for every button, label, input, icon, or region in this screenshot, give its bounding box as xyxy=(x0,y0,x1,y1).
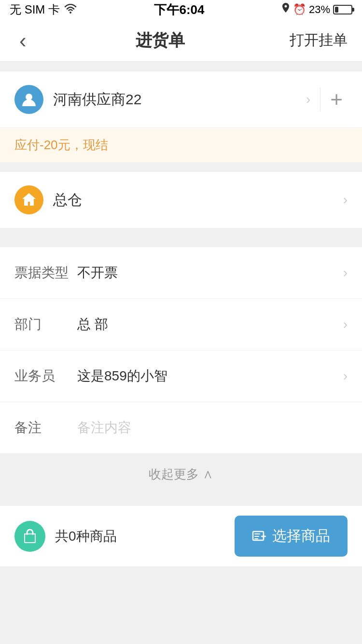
supplier-name: 河南供应商22 xyxy=(53,90,306,110)
collapse-button[interactable]: 收起更多 ∧ xyxy=(0,453,362,495)
staff-value: 这是859的小智 xyxy=(77,367,338,385)
dept-label: 部门 xyxy=(14,315,77,334)
divider-2 xyxy=(0,228,362,238)
collapse-label: 收起更多 ∧ xyxy=(149,467,213,481)
supplier-chevron-icon: › xyxy=(306,92,310,107)
staff-chevron-icon: › xyxy=(343,368,348,384)
staff-label: 业务员 xyxy=(14,367,77,385)
divider-3 xyxy=(0,495,362,505)
battery-pct: 23% xyxy=(309,3,330,16)
invoice-row[interactable]: 票据类型 不开票 › xyxy=(0,247,362,299)
add-supplier-button[interactable]: + xyxy=(320,87,348,112)
status-bar: 无 SIM 卡 下午6:04 ⏰ 23% xyxy=(0,0,362,19)
open-pending-button[interactable]: 打开挂单 xyxy=(290,30,348,50)
signal-text: 无 SIM 卡 xyxy=(10,2,60,17)
wifi-icon xyxy=(64,3,77,16)
warehouse-icon-wrap xyxy=(14,185,43,214)
dept-value: 总 部 xyxy=(77,315,338,334)
top-divider xyxy=(0,62,362,71)
notice-text: 应付-20元，现结 xyxy=(14,138,108,152)
remark-row[interactable]: 备注 备注内容 xyxy=(0,402,362,453)
supplier-section: 河南供应商22 › + 应付-20元，现结 xyxy=(0,71,362,162)
supplier-row[interactable]: 河南供应商22 › + xyxy=(0,71,362,128)
svg-point-0 xyxy=(26,94,32,100)
product-count: 共0种商品 xyxy=(55,527,235,546)
page-title: 进货单 xyxy=(136,29,185,52)
nav-bar: ‹ 进货单 打开挂单 xyxy=(0,19,362,62)
supplier-avatar xyxy=(14,85,43,114)
warehouse-name: 总仓 xyxy=(53,190,338,210)
warehouse-chevron-icon: › xyxy=(343,192,348,208)
form-section: 票据类型 不开票 › 部门 总 部 › 业务员 这是859的小智 › 备注 备注… xyxy=(0,247,362,453)
page-bottom xyxy=(0,566,362,644)
status-right: ⏰ 23% xyxy=(281,3,352,16)
invoice-chevron-icon: › xyxy=(343,265,348,280)
back-button[interactable]: ‹ xyxy=(14,24,31,57)
invoice-value: 不开票 xyxy=(77,264,338,282)
divider-1 xyxy=(0,162,362,172)
staff-row[interactable]: 业务员 这是859的小智 › xyxy=(0,350,362,402)
battery-icon xyxy=(333,5,352,14)
dept-chevron-icon: › xyxy=(343,317,348,332)
remark-label: 备注 xyxy=(14,419,77,437)
svg-rect-2 xyxy=(25,534,35,542)
notice-banner: 应付-20元，现结 xyxy=(0,128,362,162)
location-icon xyxy=(281,3,290,16)
select-product-label: 选择商品 xyxy=(272,526,330,546)
product-icon-wrap xyxy=(14,521,45,552)
bottom-bar: 共0种商品 选择商品 xyxy=(0,506,362,566)
select-product-button[interactable]: 选择商品 xyxy=(235,516,348,557)
invoice-label: 票据类型 xyxy=(14,264,77,282)
remark-input[interactable]: 备注内容 xyxy=(77,419,348,437)
alarm-icon: ⏰ xyxy=(293,3,306,16)
department-row[interactable]: 部门 总 部 › xyxy=(0,299,362,350)
status-left: 无 SIM 卡 xyxy=(10,2,77,17)
time-display: 下午6:04 xyxy=(154,1,204,18)
warehouse-row[interactable]: 总仓 › xyxy=(0,172,362,228)
